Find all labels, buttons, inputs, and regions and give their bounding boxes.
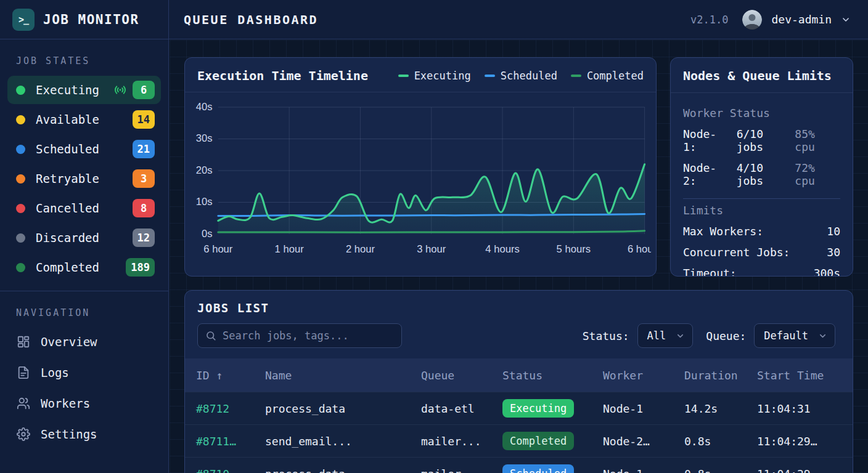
status-badge: Scheduled bbox=[502, 464, 574, 473]
worker-name: Node-1: bbox=[683, 127, 729, 153]
select-value: All bbox=[647, 329, 666, 342]
limit-label: Max Workers: bbox=[683, 225, 763, 238]
table-row[interactable]: #8710process_datamailerScheduledNode-10.… bbox=[185, 457, 853, 473]
sidebar-item-executing[interactable]: Executing6 bbox=[7, 76, 161, 104]
user-name[interactable]: dev-admin bbox=[771, 13, 832, 26]
workers-icon bbox=[17, 397, 30, 410]
limit-value: 300s bbox=[814, 267, 840, 277]
state-label: Discarded bbox=[36, 231, 133, 245]
column-header-0[interactable]: ID ↑ bbox=[196, 369, 265, 382]
legend-item-scheduled: Scheduled bbox=[485, 70, 557, 82]
state-count-badge: 189 bbox=[126, 258, 155, 277]
svg-text:10s: 10s bbox=[196, 196, 213, 208]
sidebar-item-logs[interactable]: Logs bbox=[0, 357, 168, 388]
search-box[interactable] bbox=[197, 323, 402, 348]
column-header-4[interactable]: Worker bbox=[603, 369, 684, 382]
sidebar-item-settings[interactable]: Settings bbox=[0, 419, 168, 450]
job-id-cell[interactable]: #8712 bbox=[196, 402, 265, 415]
state-dot bbox=[16, 145, 25, 154]
sidebar-item-completed[interactable]: Completed189 bbox=[7, 253, 161, 281]
app-brand: >_ JOB MONITOR bbox=[0, 0, 169, 39]
nav-label: Overview bbox=[41, 335, 97, 349]
column-header-1[interactable]: Name bbox=[265, 369, 421, 382]
job-duration-cell: 0.8s bbox=[684, 435, 757, 448]
table-body: #8712process_datadata-etlExecutingNode-1… bbox=[185, 392, 853, 473]
nav-label: Workers bbox=[41, 397, 90, 410]
state-count-badge: 14 bbox=[133, 110, 155, 129]
job-queue-cell: mailer bbox=[421, 467, 502, 473]
state-count-badge: 6 bbox=[133, 81, 155, 99]
sidebar-item-available[interactable]: Available14 bbox=[7, 105, 161, 134]
search-input[interactable] bbox=[223, 329, 394, 342]
legend-label: Scheduled bbox=[501, 70, 557, 82]
sidebar-item-overview[interactable]: Overview bbox=[0, 326, 168, 357]
worker-status-row: Node-2:4/10 jobs72% cpu bbox=[683, 161, 840, 187]
avatar[interactable] bbox=[742, 10, 762, 30]
logs-icon bbox=[17, 366, 30, 379]
state-label: Completed bbox=[36, 261, 126, 274]
chevron-down-icon bbox=[676, 331, 685, 341]
svg-text:40s: 40s bbox=[196, 101, 213, 112]
chevron-down-icon bbox=[818, 331, 827, 341]
job-id-cell[interactable]: #8710 bbox=[196, 467, 265, 473]
job-name-cell: send_email... bbox=[265, 435, 421, 448]
state-label: Available bbox=[36, 113, 133, 126]
table-header: ID ↑NameQueueStatusWorkerDurationStart T… bbox=[185, 358, 853, 392]
queue-filter-select[interactable]: Default bbox=[754, 323, 835, 348]
sidebar-item-cancelled[interactable]: Cancelled8 bbox=[7, 194, 161, 222]
job-start-cell: 11:04:31 bbox=[757, 402, 853, 415]
navigation-list: OverviewLogsWorkersSettings bbox=[0, 326, 168, 450]
sidebar-item-workers[interactable]: Workers bbox=[0, 388, 168, 419]
column-header-3[interactable]: Status bbox=[502, 369, 603, 382]
svg-text:1 hour: 1 hour bbox=[275, 243, 305, 254]
table-row[interactable]: #8711…send_email...mailer...CompletedNod… bbox=[185, 424, 853, 457]
jobs-list-title: JOBS LIST bbox=[197, 301, 840, 315]
top-header: >_ JOB MONITOR QUEUE DASHBOARD v2.1.0 de… bbox=[0, 0, 868, 39]
job-name-cell: process_data bbox=[265, 402, 421, 415]
worker-jobs: 4/10 jobs bbox=[737, 161, 795, 187]
worker-status-row: Node-1:6/10 jobs85% cpu bbox=[683, 127, 840, 153]
settings-icon bbox=[17, 427, 30, 441]
job-id-cell[interactable]: #8711… bbox=[196, 435, 265, 448]
svg-text:20s: 20s bbox=[196, 164, 213, 176]
column-header-6[interactable]: Start Time bbox=[757, 369, 853, 382]
main-content: Execution Time Timeline ExecutingSchedul… bbox=[170, 40, 868, 473]
sidebar-item-scheduled[interactable]: Scheduled21 bbox=[7, 135, 161, 163]
column-header-5[interactable]: Duration bbox=[684, 369, 757, 382]
sidebar-item-retryable[interactable]: Retryable3 bbox=[7, 164, 161, 193]
legend-item-completed: Completed bbox=[571, 70, 644, 82]
limit-row: Concurrent Jobs:30 bbox=[683, 246, 840, 259]
job-duration-cell: 14.2s bbox=[684, 402, 757, 415]
legend-label: Executing bbox=[414, 70, 471, 82]
svg-text:6 hours: 6 hours bbox=[628, 243, 651, 254]
timeline-chart: 0s10s20s30s40s6 hour1 hour2 hour3 hour4 … bbox=[185, 92, 656, 267]
legend-swatch bbox=[571, 75, 581, 77]
status-filter-select[interactable]: All bbox=[637, 323, 694, 348]
svg-text:6 hour: 6 hour bbox=[203, 243, 233, 254]
worker-status-list: Node-1:6/10 jobs85% cpuNode-2:4/10 jobs7… bbox=[683, 127, 840, 187]
chevron-down-icon[interactable] bbox=[841, 15, 851, 25]
state-count-badge: 8 bbox=[133, 199, 155, 217]
job-start-cell: 11:04:29 bbox=[757, 467, 853, 473]
sidebar-item-discarded[interactable]: Discarded12 bbox=[7, 224, 161, 252]
limit-value: 30 bbox=[827, 246, 840, 259]
state-label: Executing bbox=[36, 83, 113, 97]
svg-text:4 hours: 4 hours bbox=[485, 243, 519, 254]
column-header-2[interactable]: Queue bbox=[421, 369, 502, 382]
limit-row: Timeout:300s bbox=[683, 267, 840, 277]
state-label: Retryable bbox=[36, 172, 133, 185]
job-queue-cell: mailer... bbox=[421, 435, 502, 448]
job-status-cell: Completed bbox=[502, 432, 603, 450]
svg-text:30s: 30s bbox=[196, 133, 213, 144]
overview-icon bbox=[17, 335, 30, 349]
svg-text:0s: 0s bbox=[202, 228, 213, 239]
state-dot bbox=[16, 174, 25, 184]
job-worker-cell: Node-1 bbox=[603, 402, 684, 415]
table-row[interactable]: #8712process_datadata-etlExecutingNode-1… bbox=[185, 392, 853, 424]
jobs-list-card: JOBS LIST Status:AllQueue:Default ID ↑Na… bbox=[184, 290, 853, 473]
nodes-card-title: Nodes & Queue Limits bbox=[683, 68, 840, 83]
legend-item-executing: Executing bbox=[398, 70, 471, 82]
screen: >_ JOB MONITOR QUEUE DASHBOARD v2.1.0 de… bbox=[0, 0, 868, 473]
status-badge: Completed bbox=[502, 432, 574, 450]
limit-value: 10 bbox=[827, 225, 840, 238]
